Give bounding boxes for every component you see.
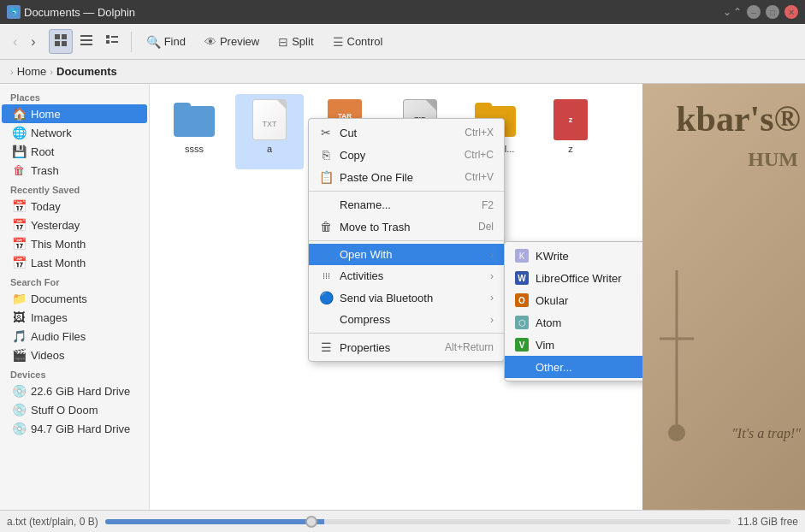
context-activities[interactable]: ⁞⁞⁞ Activities › [309,265,504,287]
calendar-last-month-icon: 📅 [12,256,26,269]
sidebar-item-last-month[interactable]: 📅 Last Month [2,253,147,272]
submenu-okular-label: Okular [536,294,568,307]
find-button[interactable]: 🔍 Find [139,31,193,53]
svg-rect-3 [62,41,67,46]
context-compress[interactable]: Compress › [309,309,504,330]
file-area[interactable]: ssss TXT a TARGZ exampl [150,84,642,510]
context-properties[interactable]: ☰ Properties Alt+Return [309,336,504,358]
svg-rect-9 [106,40,110,44]
context-cut[interactable]: ✂ Cut Ctrl+X [309,121,504,144]
sidebar-item-documents[interactable]: 📁 Documents [2,289,147,308]
submenu-libreoffice[interactable]: W LibreOffice Writer [505,267,642,289]
paste-shortcut: Ctrl+V [465,171,494,183]
sidebar-item-home-label: Home [31,108,61,121]
sidebar-item-hdd1[interactable]: 💿 22.6 GiB Hard Drive [2,381,147,400]
sidebar-item-hdd2[interactable]: 💿 94.7 GiB Hard Drive [2,419,147,438]
context-move-trash[interactable]: 🗑 Move to Trash Del [309,216,504,238]
context-open-with-wrapper: Open With › K KWrite W LibreOffice Write… [309,244,504,265]
close-button[interactable]: ✕ [784,5,798,19]
back-button[interactable]: ‹ [7,30,23,54]
statusbar-slider-thumb [305,516,317,528]
submenu-kwrite[interactable]: K KWrite [505,245,642,267]
vim-icon: V [515,338,529,352]
submenu-vim[interactable]: V Vim [505,334,642,356]
context-open-with[interactable]: Open With › [309,244,504,265]
maximize-button[interactable]: □ [766,5,779,19]
videos-search-icon: 🎬 [12,348,26,362]
sidebar-item-images[interactable]: 🖼 Images [2,308,147,327]
breadcrumb-home[interactable]: Home [17,65,47,78]
sidebar-item-videos[interactable]: 🎬 Videos [2,346,147,364]
sidebar-item-trash[interactable]: 🗑 Trash [2,161,147,180]
svg-rect-0 [55,34,60,39]
file-item-ssss[interactable]: ssss [160,94,228,169]
submenu-other[interactable]: Other... [505,356,642,378]
move-trash-icon: 🗑 [319,220,333,233]
sidebar-item-root-label: Root [31,145,54,158]
sidebar-item-this-month[interactable]: 📅 This Month [2,234,147,253]
recently-saved-header: Recently Saved [0,180,149,197]
sidebar-item-network-label: Network [31,127,72,139]
context-sep-1 [309,191,504,192]
view-compact-button[interactable] [74,29,98,54]
context-open-with-label: Open With [340,248,392,261]
minimize-button[interactable]: – [747,5,761,19]
file-item-z[interactable]: z z [536,94,605,169]
root-icon: 💾 [12,145,26,158]
art-decoration-svg [651,270,702,441]
statusbar-free: 11.8 GiB free [737,516,798,528]
art-text-hum: HUM [748,148,798,171]
libreoffice-icon: W [515,271,529,285]
sidebar-item-today[interactable]: 📅 Today [2,197,147,216]
context-copy-label: Copy [340,149,365,162]
activities-arrow: › [490,270,494,282]
file-item-a[interactable]: TXT a [235,94,304,169]
breadcrumb-root-arrow: › [10,67,14,77]
submenu-okular[interactable]: O Okular [505,289,642,311]
sidebar-item-yesterday-label: Yesterday [31,219,80,232]
preview-button[interactable]: 👁 Preview [197,31,267,53]
app-icon: 🐬 [7,5,21,19]
art-text-trap: "It's a trap!" [731,426,801,441]
view-details-button[interactable] [100,29,124,54]
main-layout: Places 🏠 Home 🌐 Network 💾 Root 🗑 Trash R… [0,84,805,510]
view-buttons [49,29,124,54]
sidebar-item-stuff[interactable]: 💿 Stuff O Doom [2,400,147,419]
submenu-vim-label: Vim [536,339,554,352]
context-bluetooth[interactable]: 🔵 Send via Bluetooth › [309,287,504,309]
forward-button[interactable]: › [25,30,41,54]
calendar-yesterday-icon: 📅 [12,218,26,232]
context-rename[interactable]: Rename... F2 [309,194,504,216]
sidebar-item-documents-label: Documents [31,293,87,305]
control-button[interactable]: ☰ Control [325,31,391,53]
svg-rect-8 [111,36,118,38]
context-copy[interactable]: ⎘ Copy Ctrl+C [309,144,504,166]
art-text-1: kbar's® [676,101,801,137]
art-panel: kbar's® HUM "It's a trap!" [642,84,805,510]
view-icons-button[interactable] [49,29,73,54]
statusbar: a.txt (text/plain, 0 B) 11.8 GiB free [0,510,805,532]
window-title: Documents — Dolphin [24,6,135,19]
context-move-trash-label: Move to Trash [340,221,410,233]
context-cut-label: Cut [340,127,357,139]
context-paste[interactable]: 📋 Paste One File Ctrl+V [309,166,504,188]
submenu-atom[interactable]: ⬡ Atom [505,311,642,334]
sidebar-item-yesterday[interactable]: 📅 Yesterday [2,216,147,234]
toolbar-separator-1 [131,32,132,52]
breadcrumb: › Home › Documents [0,60,805,84]
sidebar-item-home[interactable]: 🏠 Home [2,104,147,123]
sidebar-item-hdd2-label: 94.7 GiB Hard Drive [31,423,130,435]
split-button[interactable]: ⊟ Split [270,31,321,53]
cut-shortcut: Ctrl+X [465,127,494,139]
sidebar-item-today-label: Today [31,200,61,213]
sidebar-item-audio[interactable]: 🎵 Audio Files [2,327,147,346]
svg-rect-7 [106,35,110,38]
sidebar-item-this-month-label: This Month [31,238,86,251]
context-properties-label: Properties [340,341,390,354]
context-sep-2 [309,240,504,241]
sidebar-item-network[interactable]: 🌐 Network [2,123,147,142]
sidebar-item-audio-label: Audio Files [31,330,86,343]
sidebar-item-root[interactable]: 💾 Root [2,142,147,161]
statusbar-slider[interactable] [105,519,731,524]
paste-icon: 📋 [319,170,333,184]
